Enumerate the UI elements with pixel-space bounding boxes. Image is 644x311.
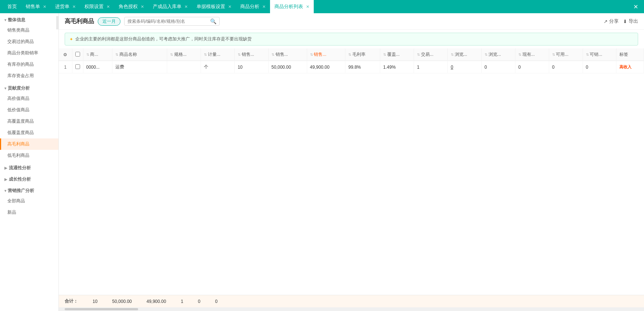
- col-transactions[interactable]: 交易...: [414, 48, 448, 61]
- cell-transactions: 1: [414, 61, 448, 73]
- sidebar-item-all-goods[interactable]: 全部商品: [0, 195, 58, 207]
- close-icon[interactable]: ✕: [107, 4, 110, 9]
- nav-purchase-order[interactable]: 进货单 ✕: [51, 0, 80, 13]
- close-icon[interactable]: ✕: [141, 4, 144, 9]
- horizontal-scrollbar[interactable]: [59, 307, 644, 311]
- sidebar-item-high-margin[interactable]: 高毛利商品: [0, 138, 58, 150]
- footer-transactions: 1: [181, 299, 183, 304]
- col-views2[interactable]: 浏览...: [481, 48, 515, 61]
- footer-current-stock: 0: [198, 299, 201, 304]
- cell-gross-margin: 99.8%: [345, 61, 380, 73]
- footer-available-stock: 0: [215, 299, 218, 304]
- search-icon[interactable]: 🔍: [210, 18, 216, 24]
- col-sales-qty[interactable]: 销售...: [234, 48, 268, 61]
- cell-views2: 0: [481, 61, 515, 73]
- col-coverage[interactable]: 覆盖...: [380, 48, 414, 61]
- sidebar-item-in-stock[interactable]: 有库存的商品: [0, 59, 58, 70]
- sidebar-group-marketing[interactable]: ▾ 营销推广分析: [0, 184, 58, 195]
- sidebar-item-low-coverage[interactable]: 低覆盖度商品: [0, 127, 58, 138]
- top-navigation: 首页 销售单 ✕ 进货单 ✕ 权限设置 ✕ 角色授权 ✕ 产成品入库单 ✕ 单据…: [0, 0, 644, 13]
- close-icon[interactable]: ✕: [228, 4, 231, 9]
- share-icon: ↗: [604, 19, 608, 24]
- cell-sellable: 0: [583, 61, 616, 73]
- footer-total: 合计： 10 50,000.00 49,900.00 1 0 0: [59, 295, 644, 307]
- sidebar-group-growth[interactable]: ▶ 成长性分析: [0, 173, 58, 184]
- nav-finished-goods[interactable]: 产成品入库单 ✕: [148, 0, 192, 13]
- cell-available-stock: 0: [549, 61, 583, 73]
- footer-sales-amount: 50,000.00: [112, 299, 132, 304]
- table-row: 1 0000... 运费 个 10 50,000.00 49,900.00 99…: [59, 61, 644, 73]
- sidebar-group-liquidity[interactable]: ▶ 流通性分析: [0, 161, 58, 173]
- header-actions: ↗ 分享 ⬇ 导出: [604, 18, 638, 25]
- nav-home[interactable]: 首页: [3, 0, 21, 13]
- cell-sales-profit: 49,900.00: [307, 61, 345, 73]
- table-header-row: ⚙ 商... 商品名称 规格...: [59, 48, 644, 61]
- col-gross-margin[interactable]: 毛利率: [345, 48, 380, 61]
- info-icon: ✦: [69, 37, 73, 42]
- search-input[interactable]: [127, 19, 208, 24]
- filter-recent-month-button[interactable]: 近一月: [98, 17, 120, 26]
- share-button[interactable]: ↗ 分享: [604, 18, 619, 25]
- content-area: 高毛利商品 近一月 🔍 ↗ 分享 ⬇ 导出 ✦ 企业的主要的利润都是这部分商品创…: [59, 13, 644, 311]
- sidebar-item-high-coverage[interactable]: 高覆盖度商品: [0, 116, 58, 127]
- sidebar-item-low-margin[interactable]: 低毛利商品: [0, 150, 58, 161]
- nav-sales-order[interactable]: 销售单 ✕: [21, 0, 51, 13]
- data-table: ⚙ 商... 商品名称 规格...: [59, 48, 644, 73]
- sidebar-item-high-value[interactable]: 高价值商品: [0, 93, 58, 104]
- close-icon[interactable]: ✕: [43, 4, 46, 9]
- row-checkbox[interactable]: [75, 64, 80, 69]
- cell-code: 0000...: [83, 61, 112, 73]
- sidebar-item-stock-funds[interactable]: 库存资金占用: [0, 70, 58, 82]
- sidebar-item-category-rate[interactable]: 商品分类助销率: [0, 47, 58, 59]
- cell-sales-amount: 50,000.00: [268, 61, 307, 73]
- nav-product-analysis[interactable]: 商品分析 ✕: [236, 0, 270, 13]
- page-title: 高毛利商品: [65, 18, 94, 25]
- window-close-button[interactable]: ✕: [630, 3, 641, 10]
- settings-icon[interactable]: ⚙: [63, 52, 67, 57]
- main-layout: 《 ▾ 整体信息 销售类商品 交易过的商品 商品分类助销率 有库存的商品 库存资…: [0, 13, 644, 311]
- col-available-stock[interactable]: 可用...: [549, 48, 583, 61]
- footer-sales-profit: 49,900.00: [147, 299, 166, 304]
- sidebar-item-low-value[interactable]: 低价值商品: [0, 104, 58, 116]
- export-icon: ⬇: [623, 19, 627, 24]
- chevron-down-icon: ▾: [4, 189, 6, 193]
- cell-views1[interactable]: 0: [447, 61, 481, 73]
- nav-product-analysis-list[interactable]: 商品分析列表 ✕: [270, 0, 314, 13]
- col-sales-amount[interactable]: 销售...: [268, 48, 307, 61]
- export-button[interactable]: ⬇ 导出: [623, 18, 638, 25]
- sidebar-group-overall[interactable]: ▾ 整体信息: [0, 13, 58, 25]
- close-icon[interactable]: ✕: [184, 4, 188, 9]
- data-table-wrap: ⚙ 商... 商品名称 规格...: [59, 48, 644, 295]
- close-icon[interactable]: ✕: [72, 4, 76, 9]
- col-views1[interactable]: 浏览...: [447, 48, 481, 61]
- close-icon[interactable]: ✕: [262, 4, 266, 9]
- close-icon[interactable]: ✕: [306, 4, 309, 9]
- chevron-right-icon: ▶: [4, 166, 7, 170]
- col-name[interactable]: 商品名称: [112, 48, 167, 61]
- scrollbar-thumb[interactable]: [65, 308, 138, 310]
- cell-spec: [167, 61, 201, 73]
- sidebar-item-traded-goods[interactable]: 交易过的商品: [0, 36, 58, 47]
- nav-permission-settings[interactable]: 权限设置 ✕: [80, 0, 114, 13]
- col-current-stock[interactable]: 现有...: [515, 48, 549, 61]
- col-sales-profit[interactable]: 销售...: [307, 48, 345, 61]
- sidebar-group-contribution[interactable]: ▾ 贡献度分析: [0, 82, 58, 93]
- col-unit[interactable]: 计量...: [201, 48, 235, 61]
- col-spec[interactable]: 规格...: [167, 48, 201, 61]
- nav-role-auth[interactable]: 角色授权 ✕: [114, 0, 148, 13]
- row-checkbox-cell: [72, 61, 83, 73]
- select-all-checkbox[interactable]: [75, 52, 80, 57]
- footer-sales-qty: 10: [93, 299, 97, 304]
- cell-name: 运费: [112, 61, 167, 73]
- col-settings[interactable]: ⚙: [59, 48, 72, 61]
- col-sellable[interactable]: 可销...: [583, 48, 616, 61]
- col-code[interactable]: 商...: [83, 48, 112, 61]
- sidebar-item-new-goods[interactable]: 新品: [0, 207, 58, 218]
- sidebar-collapse-button[interactable]: 《: [56, 16, 59, 29]
- cell-unit: 个: [201, 61, 235, 73]
- sidebar-item-sales-goods[interactable]: 销售类商品: [0, 25, 58, 36]
- col-tag: 标签: [616, 48, 644, 61]
- cell-current-stock: 0: [515, 61, 549, 73]
- cell-coverage: 1.49%: [380, 61, 414, 73]
- nav-template-settings[interactable]: 单据模板设置 ✕: [192, 0, 236, 13]
